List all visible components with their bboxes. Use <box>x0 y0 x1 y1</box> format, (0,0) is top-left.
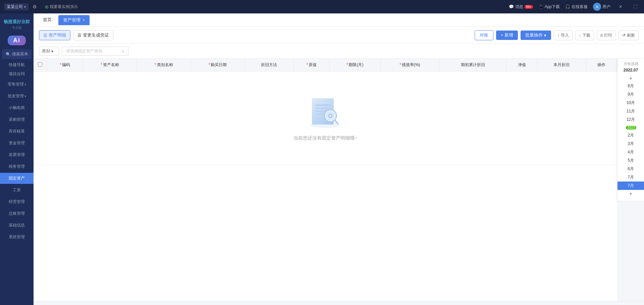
sidebar-item-purchase-management[interactable]: 采购管理 <box>0 114 34 125</box>
message-icon: 💬 <box>509 4 514 9</box>
year-2023-item[interactable]: 2023 <box>618 124 644 131</box>
refresh-button[interactable]: ↺ 刷新 <box>619 31 639 40</box>
import-button[interactable]: ↑ 导入 <box>554 31 573 40</box>
month-item-11[interactable]: 11月 <box>618 107 644 115</box>
sidebar-search[interactable]: 🔍 搜索菜单 <box>2 49 32 59</box>
sidebar-label-tax: 税务管理 <box>9 164 25 169</box>
sidebar-item-fixed-assets[interactable]: 固定资产 <box>0 173 34 184</box>
subtab-asset-detail-label: 资产明细 <box>49 32 66 38</box>
sidebar-item-project-contract[interactable]: 项目合同 <box>2 70 32 78</box>
sidebar-item-wholesale-management[interactable]: 批发管理 ▾ <box>0 91 34 102</box>
sidebar-item-inventory[interactable]: 库存核算 <box>0 126 34 137</box>
reconcile-button[interactable]: 对账 <box>475 30 493 40</box>
sidebar-label-project-contract: 项目合同 <box>9 71 25 77</box>
empty-state: 当前您还没有固定资产明细哦~ <box>36 75 614 161</box>
svg-point-8 <box>326 111 335 120</box>
demo-icon: ◎ <box>45 4 48 9</box>
month-nav-up-button[interactable]: ▲ <box>627 74 635 82</box>
tab-home-label: 首页 <box>43 17 52 22</box>
sidebar-item-fund-management[interactable]: 资金管理 <box>0 138 34 149</box>
tab-asset-management[interactable]: 资产管理 × <box>58 15 90 25</box>
category-select[interactable]: 类别 ▾ <box>39 47 59 56</box>
company-name: 某某公司 <box>7 4 23 10</box>
tab-home[interactable]: 首页 <box>38 14 57 26</box>
batch-button[interactable]: 批量操作 ▾ <box>521 31 551 40</box>
online-service-item[interactable]: 🎧 在线客服 <box>565 4 588 10</box>
sidebar-item-general-ledger[interactable]: 总账管理 <box>0 208 34 219</box>
month-panel: 月份选择 2022.07 ▲ 8月 9月 10月 11月 12月 2023 2月… <box>617 59 644 201</box>
th-net-value: 净值 <box>506 59 537 71</box>
sidebar-label-purchase: 采购管理 <box>9 117 25 122</box>
month-item-5[interactable]: 6月 <box>618 165 644 173</box>
month-item-7[interactable]: 7月 <box>618 182 644 190</box>
add-button[interactable]: + 新增 <box>496 31 518 40</box>
app-download-item[interactable]: 📱 App下载 <box>538 4 560 10</box>
ai-area: Ai <box>0 34 34 48</box>
refresh-icon: ↺ <box>622 33 626 38</box>
th-name: *资产名称 <box>83 59 137 71</box>
select-all-checkbox[interactable] <box>38 62 42 67</box>
month-item-9[interactable]: 9月 <box>618 90 644 99</box>
demo-link[interactable]: ◎ 我要看实例演示 <box>45 4 78 10</box>
print-button[interactable]: ⎙ 打印 <box>597 31 616 40</box>
month-item-6[interactable]: 7月 <box>618 173 644 182</box>
bottom-scrollbar[interactable] <box>34 301 644 305</box>
empty-text: 当前您还没有固定资产明细哦~ <box>293 135 357 141</box>
company-selector[interactable]: 某某公司 ▾ <box>4 3 29 10</box>
month-item-2[interactable]: 3月 <box>618 140 644 148</box>
month-item-12[interactable]: 12月 <box>618 115 644 124</box>
window-close-button[interactable]: ✕ <box>616 2 625 11</box>
sidebar-label-fund: 资金管理 <box>9 140 25 146</box>
sidebar-item-quick-nav[interactable]: 快捷导航 <box>2 61 32 69</box>
demo-text: 我要看实例演示 <box>50 4 78 10</box>
month-item-1[interactable]: 2月 <box>618 131 644 140</box>
batch-dropdown-icon: ▾ <box>544 33 546 38</box>
filter-arrow-icon: ∨ <box>121 49 124 54</box>
sidebar-item-tax-management[interactable]: 税务管理 <box>0 161 34 172</box>
topbar: 某某公司 ▾ ⚙ ◎ 我要看实例演示 💬 消息 99+ 📱 App下载 🎧 在线… <box>0 0 644 13</box>
sidebar-label-general-ledger: 总账管理 <box>9 211 25 216</box>
empty-state-cell: 当前您还没有固定资产明细哦~ <box>34 71 617 165</box>
month-item-8[interactable]: 8月 <box>618 82 644 90</box>
message-item[interactable]: 💬 消息 99+ <box>509 4 533 10</box>
sidebar-label-basic-info: 基础信息 <box>9 222 25 228</box>
ai-badge: Ai <box>8 36 26 45</box>
sidebar-item-salary[interactable]: 工资 <box>0 185 34 196</box>
sidebar-label-quick-nav: 快捷导航 <box>9 62 25 68</box>
category-input[interactable]: 请选择固定资产类别 ∨ <box>62 47 129 56</box>
sidebar-item-operation-management[interactable]: 经营管理 <box>0 196 34 207</box>
th-code: *编码 <box>47 59 83 71</box>
th-purchase-date: *购买日期 <box>191 59 245 71</box>
sidebar-item-system-management[interactable]: 系统管理 <box>0 232 34 243</box>
search-label: 搜索菜单 <box>12 51 28 57</box>
subtab-asset-detail[interactable]: ☰ 资产明细 <box>39 30 70 40</box>
empty-illustration <box>305 95 345 129</box>
month-item-3[interactable]: 4月 <box>618 148 644 156</box>
user-item[interactable]: A 用户 <box>593 3 610 11</box>
sidebar-item-basic-info[interactable]: 基础信息 <box>0 220 34 231</box>
sidebar-label-ecommerce: 小畅电商 <box>9 105 25 111</box>
subtab-change-voucher[interactable]: ☰ 变更生成凭证 <box>73 30 113 40</box>
sidebar-item-retail-management[interactable]: 零售管理 ▾ <box>0 79 34 90</box>
sidebar-label-retail: 零售管理 <box>8 82 24 87</box>
month-item-10[interactable]: 10月 <box>618 99 644 107</box>
download-button[interactable]: ↓ 下载 <box>575 31 594 40</box>
svg-rect-3 <box>315 104 330 106</box>
main-layout: 畅捷通好业财 专业版 Ai 🔍 搜索菜单 快捷导航 项目合同 零售管理 ▾ 批发… <box>0 13 644 305</box>
svg-rect-6 <box>315 114 325 115</box>
sidebar-label-wholesale: 批发管理 <box>8 93 24 99</box>
settings-icon[interactable]: ⚙ <box>33 4 37 9</box>
month-item-4[interactable]: 5月 <box>618 156 644 165</box>
change-voucher-icon: ☰ <box>77 33 82 38</box>
window-expand-button[interactable]: ⛶ <box>631 2 640 11</box>
sidebar-label-fixed-assets: 固定资产 <box>9 175 25 181</box>
sidebar-label-salary: 工资 <box>13 187 21 193</box>
month-year: 2022.07 <box>624 68 638 72</box>
asset-table: *编码 *资产名称 *类别名称 *购买日期 折旧方法 *原值 *期限(月) *残… <box>34 59 617 165</box>
sidebar-item-invoice-management[interactable]: 发票管理 <box>0 149 34 160</box>
month-nav-down-button[interactable]: ▼ <box>627 190 635 198</box>
retail-arrow-icon: ▾ <box>24 83 26 86</box>
company-chevron-icon: ▾ <box>24 5 26 9</box>
sidebar-item-ecommerce[interactable]: 小畅电商 <box>0 102 34 113</box>
tab-close-icon[interactable]: × <box>83 18 85 22</box>
